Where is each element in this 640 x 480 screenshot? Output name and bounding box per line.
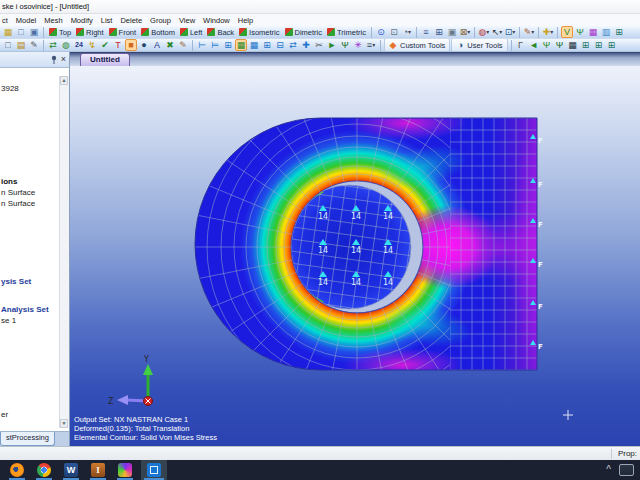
hammer-icon[interactable]: Γ — [515, 39, 527, 51]
criteria-plot-icon[interactable]: ▥ — [600, 26, 612, 38]
menu-delete[interactable]: Delete — [120, 16, 142, 25]
prev-arrow-icon[interactable]: ◄ — [528, 39, 540, 51]
menu-mesh[interactable]: Mesh — [44, 16, 62, 25]
pin-icon[interactable] — [50, 55, 58, 65]
panel-scrollbar[interactable]: ▲ ▼ — [59, 76, 69, 428]
view-style-palette-icon[interactable]: ▦ — [2, 26, 14, 38]
mesh-between-icon[interactable]: ▦ — [248, 39, 260, 51]
select-mode-icon[interactable]: ⊡▾ — [504, 26, 516, 38]
edit-icon[interactable]: ✎ — [28, 39, 40, 51]
dark-grid-icon[interactable]: ▦ — [567, 39, 579, 51]
installer-taskbar-button[interactable]: I — [87, 460, 109, 480]
mesh-plus-icon[interactable]: ✚ — [300, 39, 312, 51]
grid-b-icon[interactable]: ⊞ — [593, 39, 605, 51]
title-bar[interactable]: ske i osovinice] - [Untitled] — [0, 0, 640, 14]
rotate-view-icon[interactable]: ⊙ — [375, 26, 387, 38]
tree-item[interactable]: ions — [1, 177, 17, 186]
tab-postprocessing[interactable]: stProcessing — [0, 432, 55, 446]
pointer-icon[interactable]: ↖▾ — [491, 26, 503, 38]
menu-window[interactable]: Window — [203, 16, 230, 25]
active-window-taskbar-button[interactable] — [141, 460, 167, 480]
node-dot-icon[interactable]: ● — [138, 39, 150, 51]
geometry-transform-icon[interactable]: ⇄ — [47, 39, 59, 51]
tree-item[interactable]: n Surface — [1, 199, 35, 208]
delete-green-icon[interactable]: ✖ — [164, 39, 176, 51]
mesh-transition-icon[interactable]: ⊞ — [261, 39, 273, 51]
entity-list-icon[interactable]: ≡ — [420, 26, 432, 38]
chrome-taskbar-button[interactable] — [33, 460, 55, 480]
solid-highlight-icon[interactable]: ■ — [125, 39, 137, 51]
new-window-icon[interactable]: □ — [15, 26, 27, 38]
post-data-icon[interactable]: V — [561, 26, 573, 38]
constraint-check-icon[interactable]: ✔ — [99, 39, 111, 51]
tray-input-icon[interactable] — [619, 464, 634, 476]
menu-ct[interactable]: ct — [2, 16, 8, 25]
add-tool-icon[interactable]: ✚▾ — [542, 26, 554, 38]
print-icon[interactable]: ▣ — [28, 26, 40, 38]
leaf-dark-icon[interactable]: Ψ — [554, 39, 566, 51]
beam-grid-icon[interactable]: ⊞ — [613, 26, 625, 38]
solid-box-icon[interactable]: ⊠▾ — [459, 26, 471, 38]
contour-plot-icon[interactable]: ▦ — [587, 26, 599, 38]
view-front-button[interactable]: Front — [107, 26, 139, 38]
color-palette-icon[interactable]: ◍▾ — [478, 26, 490, 38]
tree-item[interactable]: Analysis Set — [1, 305, 49, 314]
grid-c-icon[interactable]: ⊞ — [606, 39, 618, 51]
custom-tools-button[interactable]: ◆ Custom Tools — [384, 39, 450, 52]
tree-item[interactable]: 3928 — [1, 84, 19, 93]
surface-mesh-icon[interactable]: ◍ — [60, 39, 72, 51]
text-datum-icon[interactable]: T — [112, 39, 124, 51]
copy-picture-icon[interactable]: ▣ — [446, 26, 458, 38]
magnifier-icon[interactable]: ◔▾ — [401, 26, 413, 38]
open-model-icon[interactable]: ▤ — [15, 39, 27, 51]
mesh-solid-icon[interactable]: ▦ — [235, 39, 247, 51]
tree-item[interactable]: ysis Set — [1, 277, 31, 286]
view-top-button[interactable]: Top — [47, 26, 73, 38]
tab-untitled[interactable]: Untitled — [80, 53, 130, 66]
menu-help[interactable]: Help — [238, 16, 253, 25]
scroll-down-icon[interactable]: ▼ — [60, 419, 68, 428]
node-id-icon[interactable]: 24 — [73, 39, 85, 51]
firefox-taskbar-button[interactable] — [6, 460, 28, 480]
leaf-icon[interactable]: Ψ — [541, 39, 553, 51]
menu-model[interactable]: Model — [16, 16, 36, 25]
tree-item[interactable]: se 1 — [1, 316, 16, 325]
scroll-up-icon[interactable]: ▲ — [60, 76, 68, 85]
mesh-size-icon[interactable]: ⊨ — [209, 39, 221, 51]
mesh-remesh-icon[interactable]: ⊟ — [274, 39, 286, 51]
zoom-window-icon[interactable]: ⊡ — [388, 26, 400, 38]
mesh-surface-icon[interactable]: ⊞ — [222, 39, 234, 51]
view-dimetric-button[interactable]: Dimetric — [283, 26, 325, 38]
femap-logo-taskbar-button[interactable] — [114, 460, 136, 480]
view-back-button[interactable]: Back — [205, 26, 236, 38]
deform-plot-icon[interactable]: Ψ — [574, 26, 586, 38]
mesh-sync-icon[interactable]: ⇄ — [287, 39, 299, 51]
flower-icon[interactable]: ✳ — [352, 39, 364, 51]
menu-modify[interactable]: Modify — [71, 16, 93, 25]
menu-view[interactable]: View — [179, 16, 195, 25]
word-taskbar-button[interactable]: W — [60, 460, 82, 480]
tray-expand-chevron[interactable]: ^ — [606, 465, 611, 475]
sketch-icon[interactable]: ✎ — [177, 39, 189, 51]
close-icon[interactable]: × — [61, 55, 66, 64]
load-bolt-icon[interactable]: ↯ — [86, 39, 98, 51]
label-a-icon[interactable]: A — [151, 39, 163, 51]
menu-list[interactable]: List — [101, 16, 113, 25]
new-model-icon[interactable]: □ — [2, 39, 14, 51]
tree-item[interactable]: n Surface — [1, 188, 35, 197]
menu-group[interactable]: Group — [150, 16, 171, 25]
grid-a-icon[interactable]: ⊞ — [580, 39, 592, 51]
paint-model-icon[interactable]: ✎▾ — [523, 26, 535, 38]
view-left-button[interactable]: Left — [178, 26, 205, 38]
graphics-canvas[interactable]: 14 14 14 14 14 14 14 14 14 — [70, 66, 640, 446]
analyze-plant-icon[interactable]: Ψ — [339, 39, 351, 51]
view-trimetric-button[interactable]: Trimetric — [325, 26, 368, 38]
view-options-icon[interactable]: ⊞ — [433, 26, 445, 38]
cut-icon[interactable]: ✂ — [313, 39, 325, 51]
output-list-icon[interactable]: ≡▾ — [365, 39, 377, 51]
tree-item[interactable]: er — [1, 410, 8, 419]
view-bottom-button[interactable]: Bottom — [139, 26, 177, 38]
mesh-control-icon[interactable]: ⊢ — [196, 39, 208, 51]
view-right-button[interactable]: Right — [74, 26, 106, 38]
user-tools-button[interactable]: ◑ User Tools — [451, 39, 507, 52]
